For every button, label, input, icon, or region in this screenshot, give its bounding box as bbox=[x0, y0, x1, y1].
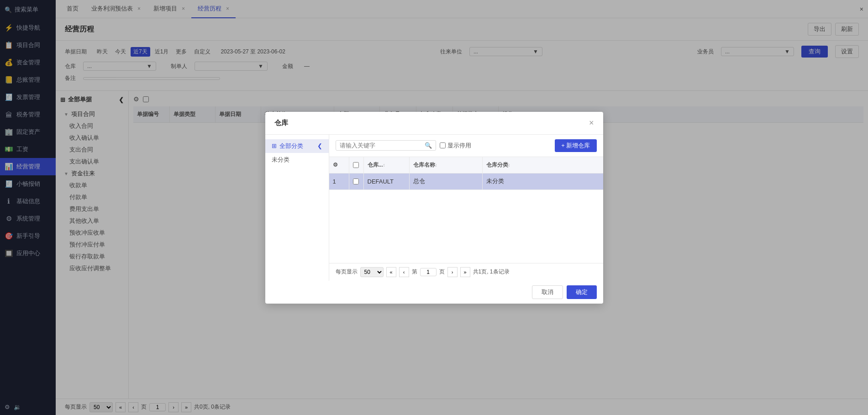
add-warehouse-button[interactable]: + 新增仓库 bbox=[555, 139, 596, 152]
modal-search-box[interactable]: 🔍 bbox=[336, 140, 436, 151]
sort-cat-icon[interactable]: ↕ bbox=[508, 163, 510, 168]
modal-body: ⊞ 全部分类 ❮ 未分类 🔍 bbox=[265, 135, 603, 281]
modal-td-name: 总仓 bbox=[410, 173, 483, 189]
modal-th-settings[interactable]: ⚙ bbox=[329, 157, 349, 173]
modal-right-panel: 🔍 显示停用 + 新增仓库 ⚙ bbox=[329, 135, 603, 281]
modal-actions: 取消 确定 bbox=[265, 281, 603, 304]
modal-table-header: ⚙ 仓库... ↕ 仓库名称 ↕ bbox=[329, 157, 603, 173]
modal-th-checkbox bbox=[349, 157, 364, 173]
sort-name-icon[interactable]: ↕ bbox=[435, 163, 437, 168]
modal-search-icon[interactable]: 🔍 bbox=[425, 142, 432, 149]
modal-cat-collapse-icon[interactable]: ❮ bbox=[317, 142, 322, 149]
modal-left-panel: ⊞ 全部分类 ❮ 未分类 bbox=[265, 135, 329, 281]
row-checkbox[interactable] bbox=[353, 179, 359, 184]
modal-total-info: 共1页, 1条记录 bbox=[473, 268, 510, 276]
modal-th-code: 仓库... ↕ bbox=[364, 157, 410, 173]
sort-code-icon[interactable]: ↕ bbox=[383, 163, 385, 168]
modal-td-checkbox[interactable] bbox=[349, 173, 364, 189]
modal-cat-uncategorized[interactable]: 未分类 bbox=[265, 153, 329, 167]
warehouse-modal: 仓库 × ⊞ 全部分类 ❮ 未分类 bbox=[265, 112, 603, 304]
modal-cat-scroll: 未分类 bbox=[265, 153, 329, 167]
gear-col-icon: ⚙ bbox=[333, 162, 338, 168]
modal-first-btn[interactable]: « bbox=[386, 267, 396, 277]
modal-header: 仓库 × bbox=[265, 112, 603, 135]
modal-prev-btn[interactable]: ‹ bbox=[399, 267, 409, 277]
modal-td-settings: 1 bbox=[329, 173, 349, 189]
modal-per-page-label: 每页显示 bbox=[336, 268, 358, 276]
modal-select-all[interactable] bbox=[353, 162, 359, 168]
modal-cancel-button[interactable]: 取消 bbox=[532, 285, 563, 299]
modal-td-category: 未分类 bbox=[483, 173, 603, 189]
modal-close-button[interactable]: × bbox=[589, 118, 594, 128]
modal-toolbar: 🔍 显示停用 + 新增仓库 bbox=[329, 135, 603, 157]
modal-page-label: 页 bbox=[439, 268, 445, 276]
modal-show-disabled-label[interactable]: 显示停用 bbox=[440, 142, 471, 150]
modal-per-page-select[interactable]: 50 100 bbox=[360, 267, 384, 277]
modal-page-input[interactable] bbox=[420, 268, 437, 276]
modal-th-name: 仓库名称 ↕ bbox=[410, 157, 483, 173]
modal-show-disabled-checkbox[interactable] bbox=[440, 142, 446, 148]
modal-pagination: 每页显示 50 100 « ‹ 第 页 › » 共1页, 1条记录 bbox=[329, 263, 603, 281]
modal-td-code: DEFAULT bbox=[364, 173, 410, 189]
modal-last-btn[interactable]: » bbox=[460, 267, 470, 277]
modal-title: 仓库 bbox=[274, 119, 288, 127]
modal-table: ⚙ 仓库... ↕ 仓库名称 ↕ bbox=[329, 157, 603, 263]
modal-search-input[interactable] bbox=[340, 142, 422, 149]
overlay[interactable]: 仓库 × ⊞ 全部分类 ❮ 未分类 bbox=[0, 0, 868, 415]
modal-footer: 每页显示 50 100 « ‹ 第 页 › » 共1页, 1条记录 bbox=[329, 263, 603, 281]
modal-page-label-pre: 第 bbox=[412, 268, 417, 276]
grid-icon-modal: ⊞ bbox=[272, 142, 277, 149]
modal-next-btn[interactable]: › bbox=[447, 267, 458, 277]
modal-confirm-button[interactable]: 确定 bbox=[567, 285, 597, 299]
modal-cat-all[interactable]: ⊞ 全部分类 ❮ bbox=[265, 139, 329, 153]
modal-th-category: 仓库分类 ↕ bbox=[483, 157, 603, 173]
modal-table-row[interactable]: 1 DEFAULT 总仓 未分类 bbox=[329, 173, 603, 190]
